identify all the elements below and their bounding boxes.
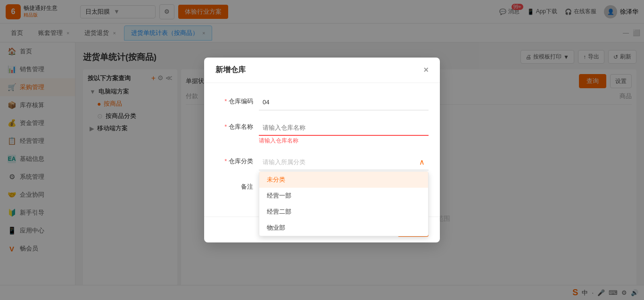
warehouse-category-row: 仓库分类 请输入所属分类 ∧ 未分类 经营一部: [215, 154, 429, 170]
warehouse-code-field[interactable]: [259, 94, 429, 110]
warehouse-name-label: 仓库名称: [215, 120, 253, 131]
option-property[interactable]: 物业部: [259, 220, 428, 236]
option-dept2[interactable]: 经营二部: [259, 204, 428, 220]
dialog-title: 新增仓库: [215, 65, 246, 75]
modal-overlay: 新增仓库 × 仓库编码 仓库名称 请输入仓库名称 仓库分类: [0, 0, 644, 300]
warehouse-name-error: 请输入仓库名称: [259, 137, 429, 145]
warehouse-code-input-wrapper: [259, 94, 429, 110]
warehouse-name-input-wrapper: 请输入仓库名称: [259, 120, 429, 145]
category-dropdown-arrow: ∧: [419, 158, 425, 167]
option-dept1[interactable]: 经营一部: [259, 188, 428, 204]
remark-label: 备注: [215, 180, 253, 191]
dialog-close-button[interactable]: ×: [423, 65, 429, 75]
warehouse-category-label: 仓库分类: [215, 154, 253, 166]
warehouse-category-placeholder: 请输入所属分类: [263, 158, 305, 167]
add-warehouse-dialog: 新增仓库 × 仓库编码 仓库名称 请输入仓库名称 仓库分类: [204, 58, 440, 242]
warehouse-category-select[interactable]: 请输入所属分类 ∧: [259, 154, 429, 170]
warehouse-name-field[interactable]: [259, 120, 429, 136]
dialog-body: 仓库编码 仓库名称 请输入仓库名称 仓库分类 请输入所属分类: [204, 83, 440, 217]
dialog-header: 新增仓库 ×: [204, 58, 440, 83]
category-dropdown: 未分类 经营一部 经营二部 物业部: [259, 171, 429, 236]
option-uncategorized[interactable]: 未分类: [259, 172, 428, 188]
warehouse-name-row: 仓库名称 请输入仓库名称: [215, 120, 429, 145]
warehouse-code-label: 仓库编码: [215, 94, 253, 106]
warehouse-code-row: 仓库编码: [215, 94, 429, 110]
warehouse-category-input-wrapper: 请输入所属分类 ∧ 未分类 经营一部 经营二部: [259, 154, 429, 170]
